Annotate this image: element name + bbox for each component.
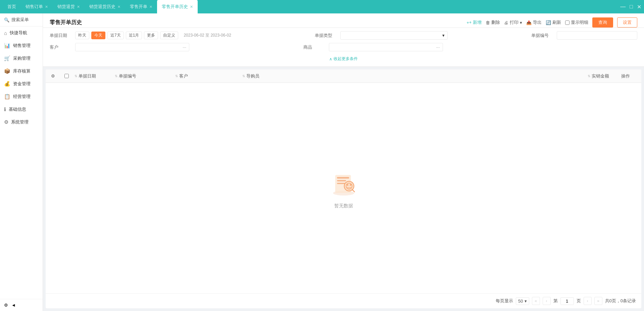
date-buttons: 昨天 今天 近7天 近1月 更多 自定义 <box>75 32 178 39</box>
th-check[interactable] <box>62 74 72 78</box>
svg-rect-3 <box>337 180 346 181</box>
total-label: 共0页，0条记录 <box>605 298 636 304</box>
table-container: ⚙ ⇅ 单据日期 ⇅ 单据编号 ⇅ 客户 ⇅ <box>46 69 641 308</box>
th-settings[interactable]: ⚙ <box>48 73 62 79</box>
svg-point-9 <box>350 184 351 186</box>
num-filter-label: 单据编号 <box>531 33 551 39</box>
close-tab-retail-open[interactable]: ✕ <box>149 5 152 9</box>
minimize-button[interactable]: — <box>620 4 626 10</box>
type-filter-select[interactable]: ▾ <box>340 31 448 40</box>
toolbar: + + 新增 🗑 删除 🖨 打印 ▾ 📤 导出 🔄 <box>466 17 637 28</box>
show-detail-checkbox[interactable] <box>565 20 569 25</box>
goods-filter-label: 商品 <box>303 44 324 50</box>
sidebar-collapse-icon[interactable]: ◄ <box>11 303 16 308</box>
customer-filter-select[interactable]: ··· <box>75 43 189 51</box>
print-dropdown-icon[interactable]: ▾ <box>520 20 522 25</box>
sidebar: 🔍 搜索采单 ⌂ 快捷导航 📊 销售管理 🛒 采购管理 📦 库存核算 💰 资金管… <box>0 13 43 311</box>
next-page-button[interactable]: › <box>584 297 592 305</box>
goods-dots[interactable]: ··· <box>436 45 440 50</box>
finance-icon: 💰 <box>4 81 10 87</box>
page-title: 零售开单历史 <box>50 19 82 26</box>
window-controls: — □ ✕ <box>620 4 641 10</box>
per-page-select[interactable]: 50 ▾ <box>516 297 529 305</box>
sidebar-item-sys-mgmt[interactable]: ⚙ 系统管理 <box>0 116 43 128</box>
tab-retail-open[interactable]: 零售开单 ✕ <box>125 0 157 13</box>
filter-row-2: 客户 ··· 商品 ··· <box>50 43 637 51</box>
page-label-before: 第 <box>553 298 558 304</box>
date-btn-custom[interactable]: 自定义 <box>160 32 178 39</box>
show-detail-checkbox-label[interactable]: 显示明细 <box>565 19 588 25</box>
empty-state: 暂无数据 <box>46 83 641 293</box>
export-button[interactable]: 📤 导出 <box>526 18 542 27</box>
date-btn-more[interactable]: 更多 <box>144 32 158 39</box>
th-customer[interactable]: ⇅ 客户 <box>172 73 240 79</box>
query-button[interactable]: 查询 <box>592 17 613 28</box>
last-page-button[interactable]: » <box>594 297 602 305</box>
sidebar-item-inventory[interactable]: 📦 库存核算 <box>0 65 43 77</box>
date-btn-7days[interactable]: 近7天 <box>107 32 124 39</box>
sort-amount-icon: ⇅ <box>588 74 590 78</box>
refresh-button[interactable]: 🔄 刷新 <box>546 18 561 27</box>
close-tab-sales-order[interactable]: ✕ <box>45 5 48 9</box>
th-date[interactable]: ⇅ 单据日期 <box>72 73 112 79</box>
sidebar-item-quick-nav[interactable]: ⌂ 快捷导航 <box>0 27 43 39</box>
filter-row-1: 单据日期 昨天 今天 近7天 近1月 更多 自定义 2023-06-02 至 2… <box>50 31 637 40</box>
sidebar-item-purchase-mgmt[interactable]: 🛒 采购管理 <box>0 52 43 65</box>
goods-filter-select[interactable]: ··· <box>329 43 443 51</box>
th-num[interactable]: ⇅ 单据编号 <box>112 73 172 79</box>
date-btn-today[interactable]: 今天 <box>91 32 105 39</box>
close-tab-retail-open-history[interactable]: ✕ <box>190 5 193 9</box>
customer-dots[interactable]: ··· <box>183 45 186 50</box>
sort-num-icon: ⇅ <box>115 74 117 78</box>
content-area: 零售开单历史 + + 新增 🗑 删除 🖨 打印 ▾ 📤 导出 <box>43 13 644 311</box>
maximize-button[interactable]: □ <box>630 4 633 10</box>
close-tab-sales-return-history[interactable]: ✕ <box>117 5 120 9</box>
sidebar-search[interactable]: 🔍 搜索采单 <box>0 13 43 27</box>
sort-date-icon: ⇅ <box>75 74 77 78</box>
tab-home[interactable]: 首页 <box>3 0 21 13</box>
select-all-checkbox[interactable] <box>64 74 69 78</box>
add-button[interactable]: + + 新增 <box>466 18 482 27</box>
th-action: 操作 <box>618 73 639 79</box>
date-btn-yesterday[interactable]: 昨天 <box>75 32 89 39</box>
main-layout: 🔍 搜索采单 ⌂ 快捷导航 📊 销售管理 🛒 采购管理 📦 库存核算 💰 资金管… <box>0 13 644 311</box>
svg-point-8 <box>347 184 348 186</box>
collapse-button[interactable]: ∧ 收起更多条件 <box>50 55 637 63</box>
delete-button[interactable]: 🗑 删除 <box>486 18 500 27</box>
next-icon: › <box>587 299 588 303</box>
operations-icon: 📋 <box>4 94 10 100</box>
page-header: 零售开单历史 + + 新增 🗑 删除 🖨 打印 ▾ 📤 导出 <box>43 13 644 28</box>
prev-page-button[interactable]: ‹ <box>543 297 551 305</box>
tab-sales-return[interactable]: 销货退货 ✕ <box>53 0 85 13</box>
sidebar-item-finance[interactable]: 💰 资金管理 <box>0 77 43 90</box>
tab-retail-open-history[interactable]: 零售开单历史 ✕ <box>157 0 198 13</box>
per-page-value: 50 <box>518 299 523 304</box>
delete-icon: 🗑 <box>486 20 490 25</box>
tab-sales-order[interactable]: 销售订单 ✕ <box>21 0 53 13</box>
refresh-icon: 🔄 <box>546 20 551 25</box>
svg-rect-2 <box>337 177 349 178</box>
close-button[interactable]: ✕ <box>637 4 641 10</box>
close-tab-sales-return[interactable]: ✕ <box>77 5 80 9</box>
first-page-button[interactable]: « <box>532 297 540 305</box>
date-filter-label: 单据日期 <box>50 33 70 39</box>
page-label-after: 页 <box>577 298 581 304</box>
sys-icon: ⚙ <box>4 119 8 125</box>
empty-illustration <box>329 167 359 198</box>
sidebar-item-basic-info[interactable]: ℹ 基础信息 <box>0 103 43 116</box>
page-number-input[interactable] <box>560 297 574 305</box>
table-header: ⚙ ⇅ 单据日期 ⇅ 单据编号 ⇅ 客户 ⇅ <box>46 69 641 83</box>
settings-col-icon: ⚙ <box>51 73 55 79</box>
date-btn-1month[interactable]: 近1月 <box>126 32 142 39</box>
sidebar-bottom: ⚙ ◄ <box>0 299 43 311</box>
tab-sales-return-history[interactable]: 销货退货历史 ✕ <box>85 0 125 13</box>
num-filter-input[interactable] <box>557 31 637 40</box>
th-guide[interactable]: ⇅ 导购员 <box>240 73 280 79</box>
th-amount[interactable]: ⇅ 实销金额 <box>585 73 618 79</box>
sidebar-settings-icon[interactable]: ⚙ <box>4 303 8 308</box>
settings-button[interactable]: 设置 <box>617 17 637 28</box>
print-button[interactable]: 🖨 打印 ▾ <box>504 18 522 27</box>
sidebar-item-operations[interactable]: 📋 经营管理 <box>0 90 43 103</box>
sidebar-item-sales-mgmt[interactable]: 📊 销售管理 <box>0 39 43 52</box>
search-icon: 🔍 <box>4 17 9 22</box>
